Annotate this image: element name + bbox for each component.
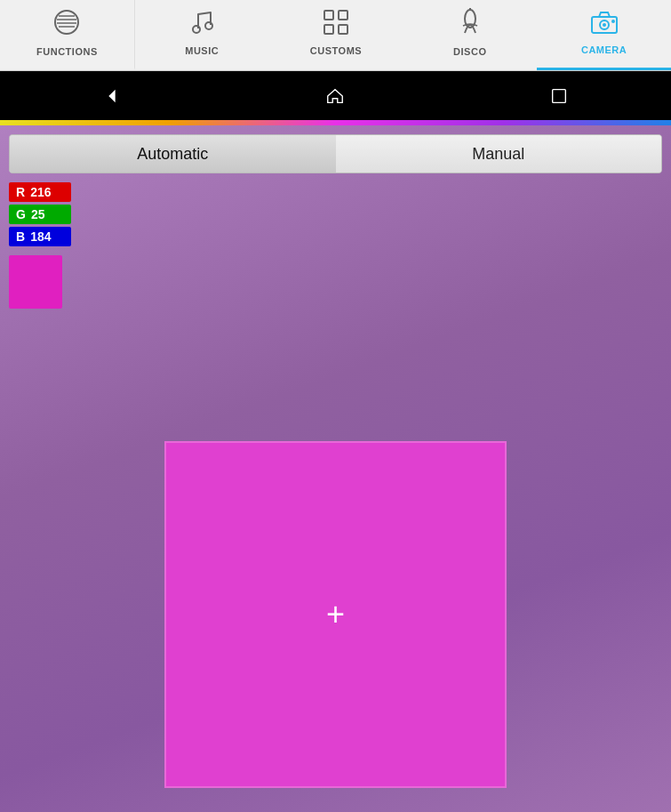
nav-item-customs[interactable]: CUSTOMS xyxy=(269,0,403,70)
nav-label-music: MUSIC xyxy=(185,45,219,56)
svg-point-0 xyxy=(55,11,78,34)
android-nav xyxy=(0,71,671,120)
svg-rect-11 xyxy=(339,25,347,34)
nav-item-functions[interactable]: FUNCTIONS xyxy=(0,0,135,70)
tab-manual[interactable]: Manual xyxy=(336,135,662,173)
nav-item-camera[interactable]: CAMERA xyxy=(537,0,671,70)
svg-point-16 xyxy=(603,23,606,27)
svg-rect-8 xyxy=(324,11,333,20)
svg-point-7 xyxy=(205,22,212,29)
top-nav: FUNCTIONS MUSIC CUSTOMS xyxy=(0,0,671,71)
nav-item-music[interactable]: MUSIC xyxy=(135,0,269,70)
music-icon xyxy=(189,9,214,42)
svg-marker-18 xyxy=(108,89,115,102)
disco-icon xyxy=(458,8,483,43)
blue-label: B 184 xyxy=(9,227,71,246)
camera-icon xyxy=(590,10,619,41)
nav-label-customs: CUSTOMS xyxy=(310,45,362,56)
nav-label-disco: DISCO xyxy=(453,46,486,57)
content-area: Automatic Manual R 216 G 25 B 184 + xyxy=(0,125,671,812)
recents-button[interactable] xyxy=(541,78,577,114)
svg-point-17 xyxy=(611,20,615,23)
back-button[interactable] xyxy=(94,78,130,114)
camera-capture-box[interactable]: + xyxy=(164,441,507,788)
rgb-display: R 216 G 25 B 184 xyxy=(9,182,662,246)
color-swatch xyxy=(9,255,62,309)
customs-icon xyxy=(323,9,349,42)
green-label: G 25 xyxy=(9,205,71,224)
mode-tabs: Automatic Manual xyxy=(9,134,662,173)
red-label: R 216 xyxy=(9,182,71,202)
nav-item-disco[interactable]: DISCO xyxy=(403,0,537,70)
tab-automatic[interactable]: Automatic xyxy=(10,135,336,173)
svg-rect-9 xyxy=(339,11,347,20)
functions-icon xyxy=(52,8,81,43)
nav-label-camera: CAMERA xyxy=(581,44,627,55)
nav-label-functions: FUNCTIONS xyxy=(36,46,98,57)
svg-point-6 xyxy=(193,26,200,33)
add-icon: + xyxy=(326,599,345,631)
home-button[interactable] xyxy=(317,78,353,114)
svg-rect-10 xyxy=(324,25,333,34)
svg-rect-19 xyxy=(553,89,566,102)
